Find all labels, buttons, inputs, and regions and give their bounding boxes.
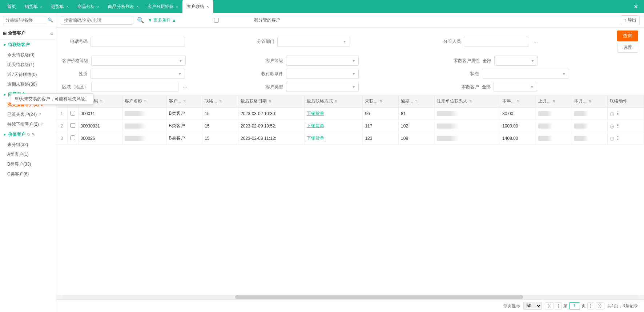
tab-customer-contact[interactable]: 客户联络 × [182,0,213,13]
last-method-link-1[interactable]: 下销货单 [307,123,324,128]
my-customers-checkbox-label[interactable]: 我分管的客户 [180,17,280,23]
tab-product-analysis-list[interactable]: 商品分析列表 × [104,0,143,13]
edit-icon[interactable]: ✎ [32,132,35,137]
scrollbar-thumb[interactable] [235,295,523,299]
last-method-link-2[interactable]: 下销货单 [307,135,324,141]
last-method-link-0[interactable]: 下销货单 [307,111,324,116]
sidebar-item-churned[interactable]: 已流失客户(24) ? [0,110,56,119]
row-checkbox-2[interactable] [71,135,75,140]
sort-year-icon[interactable]: ⇅ [517,99,520,103]
customer-grade-select[interactable]: ▼ [286,56,359,66]
window-close-button[interactable]: ✕ [631,3,641,10]
close-tab-customer-tier[interactable]: × [176,4,178,9]
action-contact-icon-0[interactable]: ◷ [610,111,614,117]
area-more-button[interactable]: ··· [181,84,189,90]
area-input[interactable] [91,82,178,92]
tab-product-analysis[interactable]: 商品分析 × [73,0,104,13]
filter-search-button[interactable]: 🔍 [137,17,144,24]
sidebar-item-class-a[interactable]: A类客户(1) [0,150,56,159]
sort-unlisted-icon[interactable]: ⇅ [379,99,382,103]
td-name-0 [122,108,167,120]
close-tab-sales-order[interactable]: × [40,4,42,9]
retail-attr-select[interactable]: ▼ [494,56,538,66]
sidebar-item-class-c[interactable]: C类客户(6) [0,169,56,179]
close-tab-customer-contact[interactable]: × [206,4,209,9]
row-checkbox-1[interactable] [71,123,75,128]
customer-type-select[interactable]: ▼ [286,82,359,92]
page-number-input[interactable] [569,302,580,309]
sidebar-item-class-b[interactable]: B类客户(33) [0,159,56,169]
sort-last-method-icon[interactable]: ⇅ [335,99,338,103]
query-button[interactable]: 查询 [617,31,638,41]
nature-select[interactable]: ▼ [90,69,185,79]
td-type-0: B类客户 [166,108,202,120]
sort-contact-icon[interactable]: ⇅ [219,99,222,103]
td-liaison-1 [434,120,500,132]
dept-select[interactable]: ▼ [277,37,350,47]
action-more-icon-0[interactable]: ⠿ [616,111,620,117]
action-contact-icon-1[interactable]: ◷ [610,123,614,129]
per-page-label: 每页显示 [503,303,520,309]
first-page-button[interactable]: ⟨⟨ [545,302,554,309]
td-last-date-2: 2023-02-03 11:12: [238,132,304,145]
manager-input[interactable] [464,37,529,47]
close-tab-product-analysis-list[interactable]: × [136,4,138,9]
price-grade-select[interactable]: ▼ [91,56,186,66]
sidebar-search-icon[interactable]: 🔍 [48,17,53,23]
export-button[interactable]: ↑ 导出 [621,15,640,25]
tab-purchase-order[interactable]: 进货单 × [47,0,73,13]
sidebar-group-pending-contact[interactable]: ▼ 待联络客户 [0,40,56,50]
sidebar-item-ungrouped[interactable]: 未分组(32) [0,140,56,150]
problem-customers-tooltip: 90天未交易的客户，可能有流失风险。 [11,93,56,105]
td-last-month-1 [536,120,572,132]
sidebar-all-customers-header[interactable]: ⊞ 全部客户 « [0,27,56,40]
close-tab-purchase-order[interactable]: × [66,4,68,9]
horizontal-scrollbar[interactable] [62,295,638,299]
sort-code-icon[interactable]: ⇅ [100,99,103,103]
my-customers-checkbox[interactable] [180,18,253,23]
sidebar-item-tomorrow-pending[interactable]: 明天待联络(1) [0,60,56,70]
status-select[interactable]: ▼ [482,69,569,79]
sort-liaison-icon[interactable]: ⇅ [469,99,472,103]
close-tab-product-analysis[interactable]: × [97,4,99,9]
retail-attr-label: 零散客户属性 [454,58,480,64]
sidebar-item-7days-pending[interactable]: 近7天待联络(0) [0,70,56,80]
prev-page-button[interactable]: ⟨ [555,302,562,309]
tab-home[interactable]: 首页 [3,0,20,13]
filter-price-grade: 客户价格等级 ▼ [62,56,247,66]
manager-more-button[interactable]: ··· [532,39,539,45]
sort-type-icon[interactable]: ⇅ [183,99,186,103]
sidebar-search-input[interactable] [3,16,46,24]
retail-customer-select[interactable]: ▼ [494,82,537,92]
per-page-select[interactable]: 50 100 200 [523,302,542,310]
search-input[interactable] [61,16,133,25]
sort-overdue-icon[interactable]: ⇅ [415,99,418,103]
payment-select[interactable]: ▼ [286,69,359,79]
action-more-icon-1[interactable]: ⠿ [616,123,620,129]
sidebar-item-today-pending[interactable]: 今天待联络(0) [0,50,56,60]
refresh-icon[interactable]: ↻ [27,132,30,137]
next-page-button[interactable]: ⟩ [587,302,594,309]
settings-button[interactable]: 设置 [617,43,638,53]
td-actions-2: ◷ ⠿ [608,132,644,145]
phone-input[interactable] [90,37,185,47]
sort-last-month-icon[interactable]: ⇅ [552,99,555,103]
sidebar-collapse-button[interactable]: « [50,31,53,36]
payment-label: 收付款条件 [258,71,283,77]
row-checkbox-0[interactable] [71,111,75,116]
status-label: 状态 [454,71,479,77]
sidebar-item-overdue-contact[interactable]: 逾期未联络(30) [0,80,56,89]
payment-arrow: ▼ [352,72,355,76]
action-contact-icon-2[interactable]: ◷ [610,135,614,141]
sort-this-month-icon[interactable]: ⇅ [588,99,591,103]
filter-row-1: 电话号码 分管部门 ▼ 分管人员 ··· [62,31,638,53]
sidebar-item-declining[interactable]: 持续下滑客户(2) ? [0,119,56,129]
action-more-icon-2[interactable]: ⠿ [616,135,620,141]
sort-last-date-icon[interactable]: ⇅ [269,99,271,103]
more-conditions-toggle[interactable]: ▼ 更多条件 ▲ [148,17,176,23]
last-page-button[interactable]: ⟩⟩ [596,302,604,309]
tab-sales-order[interactable]: 销货单 × [20,0,47,13]
tab-customer-tier[interactable]: 客户分层经营 × [143,0,182,13]
sort-name-icon[interactable]: ⇅ [144,99,147,103]
sidebar-group-value-customers[interactable]: ▼ 价值客户 ↻ ✎ [0,129,56,140]
